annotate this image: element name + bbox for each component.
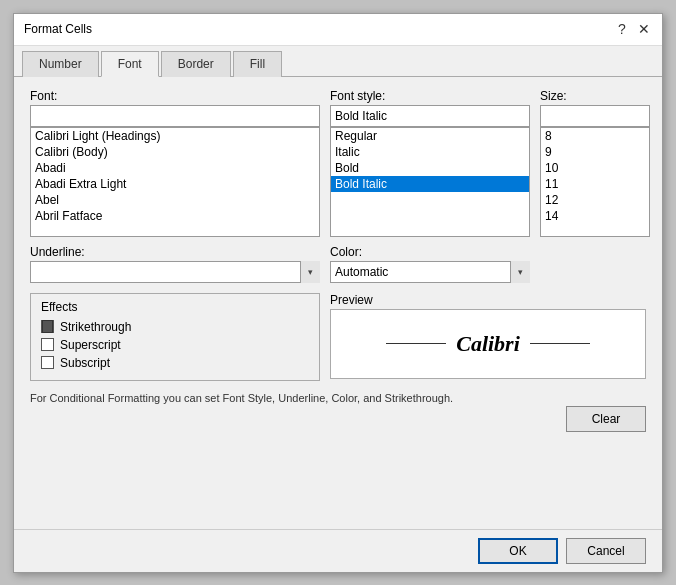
size-list[interactable]: 8 9 10 11 12 14 (540, 127, 650, 237)
preview-line-left (386, 343, 446, 344)
size-input[interactable] (540, 105, 650, 127)
list-item[interactable]: 9 (541, 144, 649, 160)
list-item[interactable]: Abadi (31, 160, 319, 176)
tab-fill[interactable]: Fill (233, 51, 282, 77)
format-cells-dialog: Format Cells ? ✕ Number Font Border Fill… (13, 13, 663, 573)
top-fields-row: Font: Calibri Light (Headings) Calibri (… (30, 89, 646, 237)
list-item-selected[interactable]: Bold Italic (331, 176, 529, 192)
color-select[interactable]: Automatic (330, 261, 530, 283)
superscript-label: Superscript (60, 338, 121, 352)
dialog-title: Format Cells (24, 22, 92, 36)
subscript-label: Subscript (60, 356, 110, 370)
superscript-checkbox[interactable] (41, 338, 54, 351)
preview-content: Calibri (386, 331, 590, 357)
underline-color-row: Underline: ▾ Color: Automatic ▾ (30, 245, 646, 283)
color-select-wrap: Automatic ▾ (330, 261, 530, 283)
list-item[interactable]: 10 (541, 160, 649, 176)
effects-box: Effects Strikethrough Superscript Subscr… (30, 293, 320, 381)
subscript-checkbox[interactable] (41, 356, 54, 369)
underline-label: Underline: (30, 245, 320, 259)
preview-text: Calibri (456, 331, 520, 357)
tab-content: Font: Calibri Light (Headings) Calibri (… (14, 77, 662, 529)
font-label: Font: (30, 89, 320, 103)
font-style-list[interactable]: Regular Italic Bold Bold Italic (330, 127, 530, 237)
ok-button[interactable]: OK (478, 538, 558, 564)
footer: OK Cancel (14, 529, 662, 572)
preview-box: Calibri (330, 309, 646, 379)
title-bar: Format Cells ? ✕ (14, 14, 662, 46)
strikethrough-checkbox[interactable] (41, 320, 54, 333)
list-item[interactable]: Calibri (Body) (31, 144, 319, 160)
tabs-bar: Number Font Border Fill (14, 46, 662, 77)
list-item[interactable]: 11 (541, 176, 649, 192)
clear-btn-row: Clear (30, 406, 646, 432)
list-item[interactable]: Abadi Extra Light (31, 176, 319, 192)
strikethrough-label: Strikethrough (60, 320, 131, 334)
preview-line-right (530, 343, 590, 344)
preview-col: Preview Calibri (330, 293, 646, 381)
font-style-input[interactable] (330, 105, 530, 127)
list-item[interactable]: Abel (31, 192, 319, 208)
tab-font[interactable]: Font (101, 51, 159, 77)
effects-preview-section: Effects Strikethrough Superscript Subscr… (30, 293, 646, 381)
title-controls: ? ✕ (614, 21, 652, 37)
font-list[interactable]: Calibri Light (Headings) Calibri (Body) … (30, 127, 320, 237)
tab-number[interactable]: Number (22, 51, 99, 77)
help-button[interactable]: ? (614, 21, 630, 37)
underline-field: Underline: ▾ (30, 245, 320, 283)
superscript-row: Superscript (41, 338, 309, 352)
cancel-button[interactable]: Cancel (566, 538, 646, 564)
color-field: Color: Automatic ▾ (330, 245, 530, 283)
list-item[interactable]: Italic (331, 144, 529, 160)
list-item[interactable]: Regular (331, 128, 529, 144)
font-style-field-col: Font style: Regular Italic Bold Bold Ita… (330, 89, 530, 237)
clear-button[interactable]: Clear (566, 406, 646, 432)
close-button[interactable]: ✕ (636, 21, 652, 37)
size-field-col: Size: 8 9 10 11 12 14 (540, 89, 650, 237)
note-text: For Conditional Formatting you can set F… (30, 391, 646, 406)
list-item[interactable]: Bold (331, 160, 529, 176)
font-field-col: Font: Calibri Light (Headings) Calibri (… (30, 89, 320, 237)
list-item[interactable]: Abril Fatface (31, 208, 319, 224)
list-item[interactable]: Calibri Light (Headings) (31, 128, 319, 144)
list-item[interactable]: 14 (541, 208, 649, 224)
tab-border[interactable]: Border (161, 51, 231, 77)
font-style-label: Font style: (330, 89, 530, 103)
underline-select-wrap: ▾ (30, 261, 320, 283)
color-label: Color: (330, 245, 530, 259)
list-item[interactable]: 8 (541, 128, 649, 144)
font-input[interactable] (30, 105, 320, 127)
strikethrough-row: Strikethrough (41, 320, 309, 334)
subscript-row: Subscript (41, 356, 309, 370)
underline-select[interactable] (30, 261, 320, 283)
size-label: Size: (540, 89, 650, 103)
preview-label: Preview (330, 293, 646, 307)
list-item[interactable]: 12 (541, 192, 649, 208)
effects-title: Effects (41, 300, 309, 314)
